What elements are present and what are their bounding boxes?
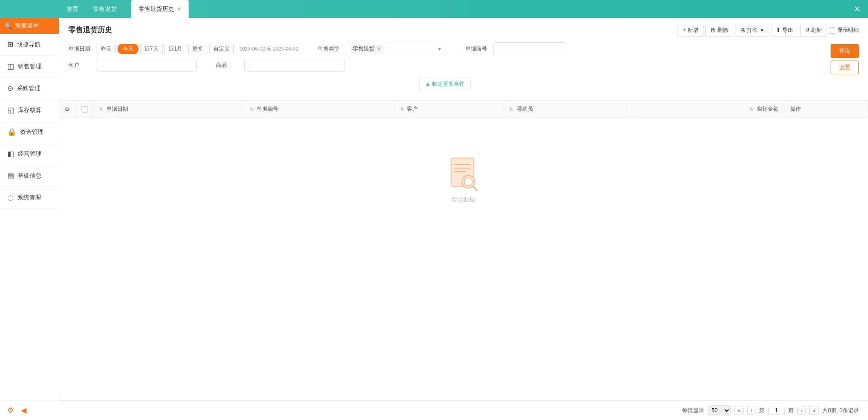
th-checkbox[interactable] bbox=[76, 101, 93, 118]
purchase-icon: ⊙ bbox=[7, 84, 13, 92]
first-page-button[interactable]: « bbox=[734, 406, 744, 415]
add-button[interactable]: + 新增 bbox=[678, 24, 703, 37]
sidebar-item-finance[interactable]: 🔒 资金管理 bbox=[0, 121, 59, 143]
table-container: ⚙ ⇅ 单据日期 ⇅ 单据编号 bbox=[59, 101, 868, 400]
date-range: 2023-06-02 至 2023-06-02 bbox=[239, 46, 298, 52]
export-button[interactable]: ⬆ 导出 bbox=[771, 24, 798, 37]
date-7days[interactable]: 近7天 bbox=[140, 44, 163, 54]
th-amount[interactable]: ⇅ 实销金额 bbox=[634, 101, 784, 118]
page-input[interactable] bbox=[768, 406, 785, 415]
last-page-button[interactable]: » bbox=[809, 406, 819, 415]
table-header-row: ⚙ ⇅ 单据日期 ⇅ 单据编号 bbox=[59, 101, 868, 118]
refresh-button[interactable]: ↺ 刷新 bbox=[800, 24, 827, 37]
setting-button[interactable]: 设置 bbox=[831, 61, 859, 74]
date-sort-icon: ⇅ bbox=[99, 107, 103, 112]
tab-retail-return-history-close[interactable]: ✕ bbox=[177, 6, 181, 12]
date-filters: 昨天 今天 近7天 近1月 更多 自定义 bbox=[97, 44, 234, 54]
collapse-button[interactable]: ▲ 收起更多条件 bbox=[419, 78, 471, 90]
sidebar-item-quick-nav[interactable]: ⊞ 快捷导航 bbox=[0, 34, 59, 56]
empty-state-icon bbox=[443, 154, 484, 195]
tab-home[interactable]: 首页 bbox=[59, 0, 86, 18]
th-customer[interactable]: ⇅ 客户 bbox=[394, 101, 503, 118]
th-action-label: 操作 bbox=[790, 106, 801, 112]
settings-gear-icon[interactable]: ⚙ bbox=[7, 406, 14, 415]
customer-input[interactable]: ... bbox=[97, 59, 197, 72]
type-tag-remove[interactable]: ✕ bbox=[377, 46, 381, 52]
collapse-row: ▲ 收起更多条件 bbox=[68, 75, 822, 93]
th-amount-label: 实销金额 bbox=[757, 106, 779, 112]
delete-button[interactable]: 🗑 删除 bbox=[705, 24, 733, 37]
display-toggle[interactable]: 显示明细 bbox=[829, 26, 859, 34]
date-label: 单据日期 bbox=[68, 45, 91, 53]
th-guide[interactable]: ⇅ 导购员 bbox=[504, 101, 634, 118]
sidebar-item-operations[interactable]: ◧ 经营管理 bbox=[0, 143, 59, 165]
sidebar: 🔍 搜索菜单 ⊞ 快捷导航 ◫ 销售管理 ⊙ 采购管理 ◱ 库存核算 🔒 资金 bbox=[0, 18, 59, 420]
page-size-select[interactable]: 50 20 100 bbox=[708, 405, 731, 415]
total-label: 共0页, 0条记录 bbox=[822, 407, 859, 415]
display-checkbox[interactable] bbox=[829, 27, 835, 34]
print-button[interactable]: 🖨 打印 ▼ bbox=[735, 24, 769, 37]
th-customer-label: 客户 bbox=[407, 106, 418, 112]
sidebar-item-label: 采购管理 bbox=[17, 84, 41, 92]
table-header: ⚙ ⇅ 单据日期 ⇅ 单据编号 bbox=[59, 101, 868, 118]
th-voucher[interactable]: ⇅ 单据编号 bbox=[244, 101, 394, 118]
th-date-label: 单据日期 bbox=[106, 106, 128, 112]
tab-retail-return[interactable]: 零售退货 ✕ bbox=[86, 0, 131, 18]
query-button[interactable]: 查询 bbox=[831, 44, 859, 58]
table-settings-icon[interactable]: ⚙ bbox=[65, 106, 70, 113]
sidebar-item-purchase-mgmt[interactable]: ⊙ 采购管理 bbox=[0, 77, 59, 99]
date-today[interactable]: 今天 bbox=[118, 44, 139, 54]
customer-placeholder: ... bbox=[101, 61, 105, 67]
empty-state-cell: 暂无数据 bbox=[59, 118, 868, 241]
date-more[interactable]: 更多 bbox=[188, 44, 207, 54]
nav-items: ⊞ 快捷导航 ◫ 销售管理 ⊙ 采购管理 ◱ 库存核算 🔒 资金管理 ◧ 经营管… bbox=[0, 34, 59, 400]
tab-home-label: 首页 bbox=[67, 5, 78, 13]
toolbar: + 新增 🗑 删除 🖨 打印 ▼ ⬆ 导出 ↺ 刷新 bbox=[678, 24, 859, 37]
sidebar-item-inventory[interactable]: ◱ 库存核算 bbox=[0, 99, 59, 121]
customer-label: 客户 bbox=[68, 61, 91, 69]
sidebar-item-label: 基础信息 bbox=[18, 172, 41, 180]
finance-icon: 🔒 bbox=[7, 128, 16, 136]
tab-retail-return-close[interactable]: ✕ bbox=[119, 6, 124, 12]
search-menu-bar[interactable]: 🔍 搜索菜单 bbox=[0, 18, 59, 34]
search-icon: 🔍 bbox=[5, 22, 12, 30]
date-1month[interactable]: 近1月 bbox=[164, 44, 187, 54]
filter-fields: 单据日期 昨天 今天 近7天 近1月 更多 自定义 2023-06-02 至 2… bbox=[68, 42, 822, 96]
prev-page-button[interactable]: ‹ bbox=[747, 406, 755, 415]
type-selector[interactable]: 零售退货 ✕ ▼ bbox=[346, 43, 446, 55]
sidebar-item-label: 销售管理 bbox=[18, 62, 41, 71]
date-yesterday[interactable]: 昨天 bbox=[97, 44, 116, 54]
sidebar-item-sales-mgmt[interactable]: ◫ 销售管理 bbox=[0, 56, 59, 77]
goods-input[interactable]: ... bbox=[244, 59, 344, 72]
select-all-checkbox[interactable] bbox=[82, 106, 88, 113]
sidebar-item-label: 系统管理 bbox=[17, 194, 41, 202]
next-page-button[interactable]: › bbox=[797, 406, 806, 415]
page-suffix: 页 bbox=[788, 407, 794, 415]
tab-retail-return-history-label: 零售退货历史 bbox=[139, 5, 174, 13]
print-label: 🖨 打印 bbox=[740, 26, 758, 34]
page-title-row: 零售退货历史 + 新增 🗑 删除 🖨 打印 ▼ ⬆ 导出 bbox=[68, 24, 859, 37]
filter-row-2: 客户 ... 商品 ... bbox=[68, 59, 822, 72]
sidebar-item-basic-info[interactable]: ▤ 基础信息 bbox=[0, 165, 59, 187]
tab-retail-return-history[interactable]: 零售退货历史 ✕ bbox=[131, 0, 189, 18]
voucher-input[interactable] bbox=[493, 42, 566, 55]
sidebar-item-system-mgmt[interactable]: ◌ 系统管理 bbox=[0, 187, 59, 209]
sound-icon[interactable]: ◀ bbox=[21, 406, 26, 415]
collapse-label: ▲ 收起更多条件 bbox=[425, 80, 465, 88]
delete-label: 🗑 删除 bbox=[710, 26, 728, 34]
sidebar-bottom: ⚙ ◀ bbox=[0, 400, 59, 420]
type-dropdown-arrow: ▼ bbox=[437, 46, 442, 51]
empty-state-row: 暂无数据 bbox=[59, 118, 868, 241]
th-date[interactable]: ⇅ 单据日期 bbox=[93, 101, 244, 118]
th-guide-label: 导购员 bbox=[517, 106, 533, 112]
sidebar-item-label: 库存核算 bbox=[18, 106, 41, 114]
right-actions: 查询 设置 bbox=[831, 42, 859, 74]
date-custom[interactable]: 自定义 bbox=[209, 44, 234, 54]
page-header: 零售退货历史 + 新增 🗑 删除 🖨 打印 ▼ ⬆ 导出 bbox=[59, 18, 868, 101]
display-label: 显示明细 bbox=[837, 26, 859, 34]
app-close-button[interactable]: ✕ bbox=[847, 4, 868, 14]
pagination-bar: 每页显示 50 20 100 « ‹ 第 页 › » 共0页, 0条记录 bbox=[59, 400, 868, 420]
inventory-icon: ◱ bbox=[7, 106, 14, 114]
th-settings[interactable]: ⚙ bbox=[59, 101, 76, 118]
page-label: 第 bbox=[759, 407, 765, 415]
